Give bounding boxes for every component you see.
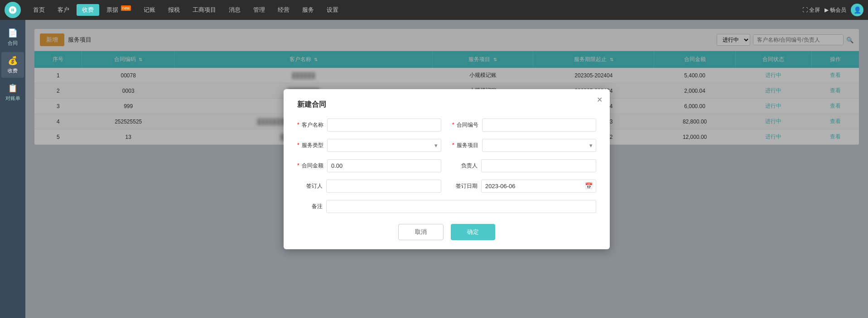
field-remark: 备注 — [297, 200, 596, 213]
sidebar-item-fee[interactable]: 💰 收费 — [1, 52, 24, 78]
nav-fee[interactable]: 收费 — [77, 4, 99, 16]
field-signer: 签订人 — [297, 180, 441, 193]
modal-title: 新建合同 — [297, 100, 596, 109]
sidebar-item-contract[interactable]: 📄 合同 — [1, 24, 24, 50]
nav-business[interactable]: 工商项目 — [187, 4, 222, 16]
service-type-label: * 服务类型 — [297, 142, 323, 149]
member-button[interactable]: ▶ 畅会员 — [825, 6, 846, 14]
service-type-select-wrap — [327, 139, 441, 152]
service-item-select-wrap — [482, 139, 596, 152]
content-area: 新增 服务项目 进行中 已完成 已终止 🔍 序号 — [25, 20, 868, 318]
sign-date-label: 签订日期 — [452, 182, 477, 190]
required-mark5: * — [297, 162, 299, 169]
service-item-label: * 服务项目 — [452, 142, 478, 149]
statement-icon: 📋 — [8, 83, 18, 93]
remark-input[interactable] — [326, 200, 596, 213]
remark-label: 备注 — [297, 203, 323, 210]
confirm-button[interactable]: 确定 — [451, 224, 495, 240]
nav-manage[interactable]: 管理 — [248, 4, 270, 16]
top-nav: 首页 客户 收费 票据 new 记账 报税 工商项目 消息 管理 经营 服务 设… — [0, 0, 868, 20]
sign-date-input[interactable] — [481, 180, 596, 193]
nav-tax[interactable]: 报税 — [163, 4, 185, 16]
nav-home[interactable]: 首页 — [28, 4, 50, 16]
fullscreen-button[interactable]: ⛶ 全屏 — [802, 6, 820, 14]
field-contract-no: * 合同编号 — [452, 119, 596, 132]
field-sign-date: 签订日期 📅 — [452, 180, 596, 193]
calendar-icon[interactable]: 📅 — [585, 182, 593, 190]
required-mark3: * — [297, 142, 299, 148]
service-item-select[interactable] — [482, 139, 596, 152]
contract-no-input[interactable] — [482, 119, 596, 132]
amount-label: * 合同金额 — [297, 162, 323, 170]
customer-input[interactable] — [327, 119, 441, 132]
nav-items: 首页 客户 收费 票据 new 记账 报税 工商项目 消息 管理 经营 服务 设… — [28, 4, 802, 16]
logo — [5, 2, 21, 18]
owner-label: 负责人 — [452, 162, 477, 170]
field-owner: 负责人 — [452, 159, 596, 172]
contract-no-label: * 合同编号 — [452, 121, 478, 129]
main-layout: 📄 合同 💰 收费 📋 对账单 新增 服务项目 进行中 已完成 已终止 — [0, 20, 868, 318]
nav-accounting[interactable]: 记账 — [138, 4, 161, 16]
owner-input[interactable] — [481, 159, 596, 172]
member-icon: ▶ — [825, 7, 829, 13]
contract-icon: 📄 — [8, 28, 18, 38]
amount-input[interactable] — [327, 159, 441, 172]
field-amount: * 合同金额 — [297, 159, 441, 172]
field-service-item: * 服务项目 — [452, 139, 596, 152]
fullscreen-icon: ⛶ — [802, 7, 808, 13]
top-nav-right: ⛶ 全屏 ▶ 畅会员 👤 — [802, 4, 863, 16]
required-mark: * — [297, 122, 299, 128]
modal-footer: 取消 确定 — [297, 224, 596, 240]
required-mark4: * — [452, 142, 454, 148]
required-mark2: * — [452, 122, 454, 128]
nav-service[interactable]: 服务 — [297, 4, 319, 16]
new-contract-modal: 新建合同 ✕ * 客户名称 * 合同编号 — [284, 89, 610, 249]
signer-label: 签订人 — [297, 182, 323, 190]
sign-date-wrap: 📅 — [481, 180, 596, 193]
new-badge: new — [121, 5, 131, 11]
cancel-button[interactable]: 取消 — [398, 224, 444, 240]
fee-icon: 💰 — [8, 56, 18, 66]
service-type-select[interactable] — [327, 139, 441, 152]
nav-bill[interactable]: 票据 new — [101, 4, 136, 16]
nav-operation[interactable]: 经营 — [272, 4, 295, 16]
nav-settings[interactable]: 设置 — [321, 4, 344, 16]
sidebar-item-statement[interactable]: 📋 对账单 — [1, 80, 24, 105]
avatar[interactable]: 👤 — [851, 4, 863, 16]
form-grid: * 客户名称 * 合同编号 — [297, 119, 596, 213]
nav-message[interactable]: 消息 — [223, 4, 246, 16]
nav-customer[interactable]: 客户 — [52, 4, 75, 16]
field-service-type: * 服务类型 — [297, 139, 441, 152]
signer-input[interactable] — [326, 180, 441, 193]
field-customer: * 客户名称 — [297, 119, 441, 132]
modal-overlay: 新建合同 ✕ * 客户名称 * 合同编号 — [25, 20, 868, 318]
modal-close-button[interactable]: ✕ — [597, 95, 603, 104]
customer-label: * 客户名称 — [297, 121, 323, 129]
left-sidebar: 📄 合同 💰 收费 📋 对账单 — [0, 20, 25, 318]
